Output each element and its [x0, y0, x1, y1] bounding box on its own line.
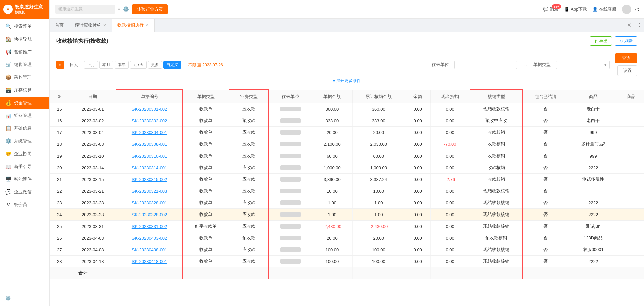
- partner-input[interactable]: [454, 61, 517, 69]
- row-bill-no[interactable]: SK-20230328-002: [116, 209, 183, 221]
- this-month-btn[interactable]: 本月: [99, 61, 113, 69]
- row-bill-no[interactable]: SK-20230331-002: [116, 221, 183, 232]
- sidebar-item-collab[interactable]: 🤝 企业协同: [0, 147, 49, 160]
- row-bill-no[interactable]: SK-20230403-002: [116, 232, 183, 244]
- row-discount: 0.00: [431, 127, 470, 138]
- th-included: 包含已结清: [523, 90, 569, 103]
- sidebar-item-hardware[interactable]: 🖥️ 智能硬件: [0, 173, 49, 186]
- row-balance: 0.00: [405, 162, 431, 174]
- message-button[interactable]: 💬 消息 99+: [543, 6, 558, 12]
- logo-text: 畅康道好生意: [15, 4, 43, 10]
- online-service-button[interactable]: 👤 在线客服: [592, 6, 616, 12]
- export-button[interactable]: ⬆ 导出: [590, 36, 612, 46]
- sidebar-item-purchase[interactable]: 📦 采购管理: [0, 71, 49, 84]
- expand-more-conditions[interactable]: ▾ 展开更多条件: [56, 76, 637, 86]
- row-bill-type: 收款单: [183, 185, 229, 197]
- chevron-down-icon: ▾: [118, 7, 120, 12]
- row-included: 否: [523, 115, 569, 127]
- row-bill-no[interactable]: SK-20230315-002: [116, 174, 183, 185]
- sidebar-item-basics[interactable]: 📋 基础信息: [0, 122, 49, 135]
- tab-maximize-button[interactable]: ⛶: [633, 21, 641, 30]
- row-write-off-type: 现结收款核销: [470, 197, 523, 209]
- tab-prepay-close[interactable]: ✕: [103, 23, 106, 28]
- row-bill-no[interactable]: SK-20230418-001: [116, 256, 183, 267]
- sidebar-item-label: 企业微信: [14, 189, 32, 195]
- row-date: 2023-03-31: [69, 221, 116, 232]
- row-bill-no[interactable]: SK-20230328-001: [116, 197, 183, 209]
- last-7days-btn[interactable]: 近7天: [130, 61, 147, 69]
- row-bill-no[interactable]: SK-20230321-003: [116, 185, 183, 197]
- row-bill-no[interactable]: SK-20230304-001: [116, 127, 183, 138]
- row-product2: [618, 244, 644, 256]
- th-bill-no: 单据编号: [116, 90, 183, 103]
- row-bill-type: 收款单: [183, 103, 229, 115]
- row-biz-type: 应收款: [229, 209, 269, 221]
- table-row: 17 2023-03-04 SK-20230304-001 收款单 应收款 20…: [50, 127, 644, 138]
- sidebar-item-finance[interactable]: 💰 资金管理: [0, 97, 49, 109]
- sidebar-item-label: 库存核算: [14, 87, 32, 93]
- search-icon: 🔍: [5, 23, 11, 29]
- sidebar-item-label: 新手引导: [14, 164, 32, 170]
- partner-blurred: [280, 236, 301, 240]
- custom-date-btn[interactable]: 自定义: [163, 61, 181, 69]
- row-balance: 0.00: [405, 221, 431, 232]
- last-month-btn[interactable]: 上月: [84, 61, 98, 69]
- th-gear[interactable]: ⚙: [50, 90, 69, 103]
- sidebar-item-quick-nav[interactable]: 🏠 快捷导航: [0, 33, 49, 46]
- row-written-off: -2,430.00: [353, 221, 405, 232]
- query-button[interactable]: 查询: [615, 53, 637, 63]
- table-row: 21 2023-03-15 SK-20230315-002 收款单 应收款 3,…: [50, 174, 644, 185]
- th-discount: 现金折扣: [431, 90, 470, 103]
- sidebar-item-wechat[interactable]: 💬 企业微信: [0, 186, 49, 198]
- row-bill-no[interactable]: SK-20230301-002: [116, 103, 183, 115]
- clipboard-icon: 📋: [5, 125, 11, 131]
- row-included: 否: [523, 103, 569, 115]
- partner-blurred: [280, 177, 301, 182]
- filter-dots: ···: [522, 62, 528, 67]
- bill-type-select[interactable]: ▾: [556, 61, 610, 69]
- sidebar-bottom-settings[interactable]: ⚙️: [0, 293, 49, 303]
- sidebar-item-system[interactable]: ⚙️ 系统管理: [0, 135, 49, 147]
- row-id: 25: [50, 221, 69, 232]
- sidebar-item-newbie[interactable]: 📖 新手引导: [0, 160, 49, 173]
- tab-collection-close[interactable]: ✕: [146, 23, 149, 27]
- row-write-off-type: 现结收款核销: [470, 185, 523, 197]
- tab-prepay[interactable]: 预计应收付单 ✕: [69, 19, 112, 32]
- row-balance: 0.00: [405, 232, 431, 244]
- row-partner: [269, 256, 312, 267]
- more-date-btn[interactable]: 更多: [148, 61, 162, 69]
- row-bill-no[interactable]: SK-20230314-001: [116, 162, 183, 174]
- tab-home[interactable]: 首页: [50, 19, 69, 32]
- app-download-button[interactable]: 📱 App下载: [564, 6, 587, 12]
- refresh-button[interactable]: ↻ 刷新: [615, 36, 637, 46]
- settings-gear-icon[interactable]: ⚙️: [123, 6, 129, 12]
- this-year-btn[interactable]: 本年: [115, 61, 129, 69]
- filter-expand-button[interactable]: »: [56, 61, 64, 69]
- row-product2: [618, 185, 644, 197]
- th-date: 日期: [69, 90, 116, 103]
- tab-collection[interactable]: 收款核销执行 ✕: [112, 19, 155, 32]
- message-icon: 💬: [543, 7, 548, 12]
- row-bill-no[interactable]: SK-20230408-001: [116, 244, 183, 256]
- table-row: 18 2023-03-08 SK-20230308-001 收款单 应收款 2,…: [50, 138, 644, 150]
- sidebar: 畅康道好生意 标推版 🔍 搜索菜单 🏠 快捷导航 📢 营销推广 🛒 销售管理 📦…: [0, 0, 50, 306]
- row-product: 999: [569, 150, 618, 162]
- setting-button[interactable]: 设置: [617, 65, 637, 76]
- sidebar-item-sales[interactable]: 🛒 销售管理: [0, 58, 49, 71]
- industry-solution-button[interactable]: 体验行业方案: [132, 4, 168, 14]
- partner-blurred: [280, 247, 301, 252]
- partner-blurred: [280, 130, 301, 135]
- tab-close-all-button[interactable]: ✕: [626, 21, 633, 30]
- table-row: 24 2023-03-28 SK-20230328-002 收款单 应收款 1.…: [50, 209, 644, 221]
- sidebar-item-operations[interactable]: 📊 经营管理: [0, 109, 49, 122]
- sidebar-item-search[interactable]: 🔍 搜索菜单: [0, 20, 49, 33]
- row-bill-no[interactable]: SK-20230310-001: [116, 150, 183, 162]
- row-product2: [618, 127, 644, 138]
- row-discount: 0.00: [431, 221, 470, 232]
- sidebar-item-member[interactable]: V 畅会员: [0, 198, 49, 211]
- row-bill-no[interactable]: SK-20230302-002: [116, 115, 183, 127]
- sidebar-item-marketing[interactable]: 📢 营销推广: [0, 46, 49, 58]
- sidebar-item-inventory[interactable]: 🗃️ 库存核算: [0, 84, 49, 97]
- row-bill-no[interactable]: SK-20230308-001: [116, 138, 183, 150]
- row-amount: -2,430.00: [312, 221, 353, 232]
